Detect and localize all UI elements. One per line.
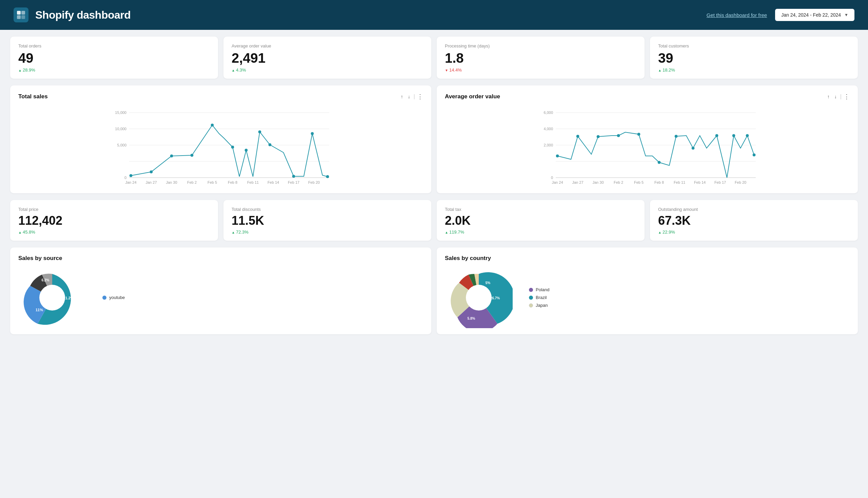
legend-label-brazil: Brazil: [536, 295, 547, 300]
kpi-label-total-customers: Total customers: [658, 43, 850, 49]
more-options-icon-avg[interactable]: ⋮: [844, 93, 850, 100]
svg-text:Feb 17: Feb 17: [288, 180, 299, 184]
bottom-row: Sales by source 21.2%: [10, 248, 858, 334]
svg-text:Feb 11: Feb 11: [247, 180, 259, 184]
chart-row: Total sales ↑ ↓ | ⋮ 15,000 10,000 5,000: [10, 86, 858, 193]
kpi-label-processing-time: Processing time (days): [445, 43, 636, 49]
svg-text:Feb 17: Feb 17: [714, 180, 726, 184]
header-left: Shopify dashboard: [14, 8, 131, 22]
svg-text:5.8%: 5.8%: [468, 317, 475, 320]
sales-by-country-legend: Poland Brazil Japan: [529, 287, 549, 308]
sort-asc-button[interactable]: ↑: [399, 93, 405, 100]
sort-asc-button-avg[interactable]: ↑: [826, 93, 831, 100]
legend-label-youtube: youtube: [109, 295, 125, 300]
metric-label-total-tax: Total tax: [445, 207, 636, 212]
kpi-card-total-orders: Total orders 49 28.9%: [10, 37, 218, 79]
sales-by-country-title: Sales by country: [445, 255, 850, 262]
svg-text:10,000: 10,000: [115, 127, 127, 131]
svg-point-19: [231, 146, 234, 148]
logo-icon: [14, 8, 28, 22]
metric-card-total-price: Total price 112,402 45.8%: [10, 200, 218, 241]
metric-label-total-price: Total price: [18, 207, 210, 212]
svg-text:21.2%: 21.2%: [63, 296, 74, 300]
svg-text:Feb 20: Feb 20: [308, 180, 320, 184]
svg-text:Feb 14: Feb 14: [267, 180, 279, 184]
svg-rect-0: [17, 11, 21, 15]
avg-order-svg: 6,000 4,000 2,000 0: [445, 106, 850, 187]
metric-change-total-discounts: 72.3%: [232, 230, 423, 235]
kpi-change-total-orders: 28.9%: [18, 67, 210, 73]
legend-dot-poland: [529, 288, 533, 292]
metric-value-outstanding-amount: 67.3K: [658, 214, 850, 227]
chart-header-total-sales: Total sales ↑ ↓ | ⋮: [18, 93, 423, 100]
svg-text:6.2%: 6.2%: [42, 278, 50, 282]
kpi-value-avg-order-value: 2,491: [232, 51, 423, 65]
svg-text:Feb 8: Feb 8: [654, 180, 664, 184]
svg-point-22: [268, 143, 271, 146]
metric-label-outstanding-amount: Outstanding amount: [658, 207, 850, 212]
chart-controls-avg-order: ↑ ↓ | ⋮: [826, 93, 850, 100]
svg-point-47: [576, 135, 579, 137]
arrow-down-icon: [445, 67, 448, 73]
get-dashboard-link[interactable]: Get this dashboard for free: [707, 12, 767, 18]
svg-text:Feb 2: Feb 2: [614, 180, 623, 184]
metric-change-outstanding-amount: 22.9%: [658, 230, 850, 235]
svg-text:Jan 24: Jan 24: [125, 180, 136, 184]
legend-dot-brazil: [529, 296, 533, 300]
kpi-value-total-orders: 49: [18, 51, 210, 65]
svg-text:2,000: 2,000: [543, 143, 553, 147]
chevron-down-icon: ▼: [844, 13, 848, 17]
main-content: Total orders 49 28.9% Average order valu…: [0, 30, 868, 341]
arrow-up-icon: [18, 230, 22, 235]
arrow-up-icon: [658, 230, 661, 235]
kpi-value-processing-time: 1.8: [445, 51, 636, 65]
svg-text:Feb 5: Feb 5: [208, 180, 217, 184]
svg-text:0: 0: [124, 175, 127, 180]
svg-text:Jan 30: Jan 30: [592, 180, 604, 184]
svg-point-17: [190, 154, 193, 157]
date-range-selector[interactable]: Jan 24, 2024 - Feb 22, 2024 ▼: [775, 9, 854, 21]
sort-desc-button[interactable]: ↓: [407, 93, 412, 100]
svg-text:Feb 14: Feb 14: [694, 180, 706, 184]
kpi-change-processing-time: 14.4%: [445, 67, 636, 73]
svg-point-21: [258, 131, 261, 133]
more-options-icon[interactable]: ⋮: [417, 93, 423, 100]
svg-text:Feb 11: Feb 11: [674, 180, 685, 184]
legend-item-brazil: Brazil: [529, 295, 549, 300]
arrow-up-icon: [232, 230, 235, 235]
sales-by-country-content: 26.7% 5.8% 5% Poland Brazil Japa: [445, 267, 850, 328]
total-sales-svg: 15,000 10,000 5,000 0: [18, 106, 423, 187]
kpi-change-total-customers: 18.2%: [658, 67, 850, 73]
svg-text:Jan 27: Jan 27: [145, 180, 157, 184]
svg-text:Feb 8: Feb 8: [228, 180, 237, 184]
legend-label-japan: Japan: [536, 303, 548, 308]
svg-point-55: [732, 134, 735, 137]
svg-point-25: [326, 175, 329, 178]
sales-by-source-pie: 21.2% 11% 6.2%: [18, 267, 86, 328]
svg-text:11%: 11%: [36, 308, 43, 312]
chart-header-avg-order: Average order value ↑ ↓ | ⋮: [445, 93, 850, 100]
svg-text:Jan 24: Jan 24: [552, 180, 563, 184]
svg-point-48: [597, 135, 600, 138]
svg-point-49: [617, 134, 620, 137]
svg-point-23: [292, 175, 295, 178]
sort-desc-button-avg[interactable]: ↓: [833, 93, 838, 100]
arrow-up-icon: [18, 67, 22, 73]
svg-text:26.7%: 26.7%: [490, 296, 500, 300]
svg-point-46: [556, 155, 559, 157]
metric-value-total-tax: 2.0K: [445, 214, 636, 227]
svg-text:6,000: 6,000: [543, 110, 553, 115]
legend-dot-youtube: [102, 296, 106, 300]
total-sales-chart-card: Total sales ↑ ↓ | ⋮ 15,000 10,000 5,000: [10, 86, 431, 193]
svg-point-53: [692, 147, 694, 149]
metric-change-total-price: 45.8%: [18, 230, 210, 235]
metric-label-total-discounts: Total discounts: [232, 207, 423, 212]
metric-change-total-tax: 119.7%: [445, 230, 636, 235]
arrow-up-icon: [658, 67, 661, 73]
svg-point-14: [130, 174, 132, 177]
chart-title-avg-order: Average order value: [445, 93, 500, 100]
svg-text:Feb 5: Feb 5: [634, 180, 644, 184]
page-title: Shopify dashboard: [35, 9, 131, 21]
svg-point-68: [39, 285, 65, 311]
legend-dot-japan: [529, 303, 533, 307]
